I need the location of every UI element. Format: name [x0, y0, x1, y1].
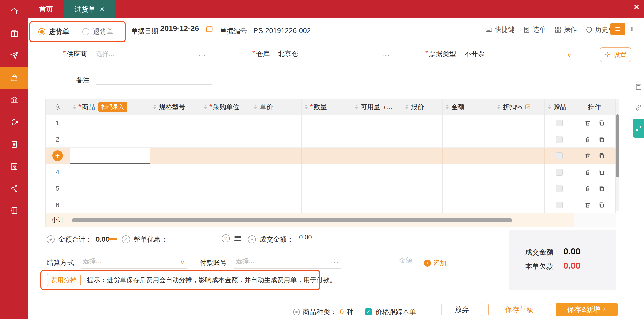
- sidebar-item-ledger[interactable]: [0, 200, 28, 222]
- quote-cell[interactable]: [402, 180, 443, 197]
- available-cell[interactable]: [352, 197, 402, 213]
- radio-purchase-label[interactable]: 进货单: [49, 27, 69, 36]
- supplier-more-icon[interactable]: ···: [198, 52, 206, 58]
- help-question-icon[interactable]: ？: [222, 234, 230, 242]
- price-cell[interactable]: [251, 115, 302, 131]
- header-amount[interactable]: 金额: [443, 99, 494, 115]
- pick-order-button[interactable]: 选单: [523, 25, 546, 34]
- unit-cell[interactable]: [201, 180, 251, 197]
- delete-row-icon[interactable]: [584, 152, 591, 159]
- payment-account-more-icon[interactable]: ···: [331, 259, 339, 265]
- vertical-scrollbar[interactable]: [616, 99, 619, 211]
- unit-cell[interactable]: [201, 131, 251, 147]
- sort-icon[interactable]: [305, 105, 308, 109]
- unit-cell[interactable]: [201, 148, 251, 164]
- price-cell[interactable]: [251, 164, 302, 180]
- fee-share-button[interactable]: 费用分摊: [47, 274, 81, 286]
- sidebar-item-contacts[interactable]: [0, 155, 28, 177]
- sidebar-item-sync[interactable]: [0, 177, 28, 200]
- amount-cell[interactable]: [443, 131, 494, 147]
- available-cell[interactable]: [352, 164, 402, 180]
- price-cell[interactable]: [251, 131, 302, 147]
- bill-type-select[interactable]: 不开票 ∨: [463, 49, 574, 61]
- spec-cell[interactable]: [150, 148, 201, 164]
- remark-input[interactable]: [96, 76, 212, 85]
- product-cell[interactable]: [70, 197, 150, 213]
- price-cell[interactable]: [251, 180, 302, 197]
- discount-edit-icon[interactable]: [524, 104, 531, 110]
- sidebar-item-goods[interactable]: [0, 22, 28, 44]
- sidebar-item-home[interactable]: [0, 0, 28, 22]
- quote-cell[interactable]: [402, 197, 443, 213]
- add-row-button[interactable]: +: [52, 150, 63, 161]
- product-cell-focused[interactable]: [70, 148, 150, 164]
- discount-cell[interactable]: [494, 131, 545, 147]
- sort-icon[interactable]: [446, 105, 449, 109]
- delete-row-icon[interactable]: [584, 136, 591, 143]
- sort-icon[interactable]: [73, 105, 76, 109]
- discard-button[interactable]: 放弃: [441, 303, 482, 316]
- supplier-input[interactable]: 选择... ···: [94, 49, 208, 61]
- horizontal-scrollbar[interactable]: [72, 218, 512, 222]
- header-product[interactable]: * 商品 扫码录入: [70, 99, 150, 115]
- discount-cell[interactable]: [494, 197, 545, 213]
- header-unit[interactable]: * 采购单位: [201, 99, 251, 115]
- price-cell[interactable]: [251, 148, 302, 164]
- quote-cell[interactable]: [402, 164, 443, 180]
- sort-icon[interactable]: [405, 105, 408, 109]
- warehouse-more-icon[interactable]: ···: [382, 52, 390, 58]
- copy-row-icon[interactable]: [598, 185, 605, 192]
- copy-row-icon[interactable]: [598, 136, 605, 143]
- spec-cell[interactable]: [150, 180, 201, 197]
- discount-cell[interactable]: [494, 180, 545, 197]
- unit-cell[interactable]: [201, 164, 251, 180]
- column-settings-cell[interactable]: [46, 99, 70, 115]
- vertical-scrollbar-thumb[interactable]: [616, 114, 619, 177]
- chevron-up-icon[interactable]: ∧: [603, 307, 606, 313]
- gift-checkbox[interactable]: [556, 136, 563, 143]
- header-quote[interactable]: 报价: [402, 99, 443, 115]
- sort-icon[interactable]: [355, 105, 358, 109]
- copy-row-icon[interactable]: [598, 169, 605, 176]
- qty-cell[interactable]: [302, 180, 352, 197]
- radio-return-label[interactable]: 退货单: [93, 27, 113, 36]
- note-panel-icon[interactable]: [635, 83, 642, 91]
- qty-cell[interactable]: [302, 197, 352, 213]
- tab-home[interactable]: 首页: [28, 0, 64, 18]
- sort-icon[interactable]: [153, 105, 156, 109]
- gift-checkbox[interactable]: [556, 202, 563, 208]
- amount-cell[interactable]: [443, 164, 494, 180]
- quote-cell[interactable]: [402, 131, 443, 147]
- sort-icon[interactable]: [204, 105, 207, 109]
- expand-panel-button[interactable]: [633, 119, 644, 138]
- window-close-icon[interactable]: ✕: [633, 3, 640, 11]
- add-payment-button[interactable]: + 添加: [424, 257, 446, 270]
- tab-close-icon[interactable]: ✕: [100, 6, 105, 13]
- delete-row-icon[interactable]: [584, 185, 591, 192]
- product-cell[interactable]: [70, 180, 150, 197]
- doc-date-field[interactable]: 2019-12-26: [158, 24, 215, 36]
- amount-cell[interactable]: [443, 180, 494, 197]
- spec-cell[interactable]: [150, 131, 201, 147]
- payment-amount-input[interactable]: 金额: [358, 257, 414, 268]
- product-cell[interactable]: [70, 131, 150, 147]
- deal-amount-input[interactable]: 0.00: [297, 234, 373, 244]
- grid-view-toggle[interactable]: [625, 23, 639, 35]
- radio-purchase-selected[interactable]: [38, 28, 45, 35]
- delete-row-icon[interactable]: [584, 120, 591, 126]
- payment-account-select[interactable]: 选择... ···: [234, 257, 341, 269]
- sidebar-item-purchase-active[interactable]: [0, 67, 28, 89]
- copy-row-icon[interactable]: [598, 202, 605, 208]
- shortcut-keys-button[interactable]: 快捷键: [485, 25, 514, 34]
- gift-checkbox[interactable]: [556, 169, 563, 176]
- tab-purchase-order[interactable]: 进货单 ✕: [64, 0, 115, 18]
- gift-checkbox[interactable]: [556, 185, 563, 192]
- quote-cell[interactable]: [402, 115, 443, 131]
- qty-cell[interactable]: [302, 148, 352, 164]
- calendar-icon[interactable]: [206, 25, 213, 33]
- amount-cell[interactable]: [443, 115, 494, 131]
- qty-cell[interactable]: [302, 131, 352, 147]
- sort-icon[interactable]: [497, 105, 500, 109]
- qty-cell[interactable]: [302, 115, 352, 131]
- chevron-down-icon[interactable]: ∨: [180, 259, 185, 265]
